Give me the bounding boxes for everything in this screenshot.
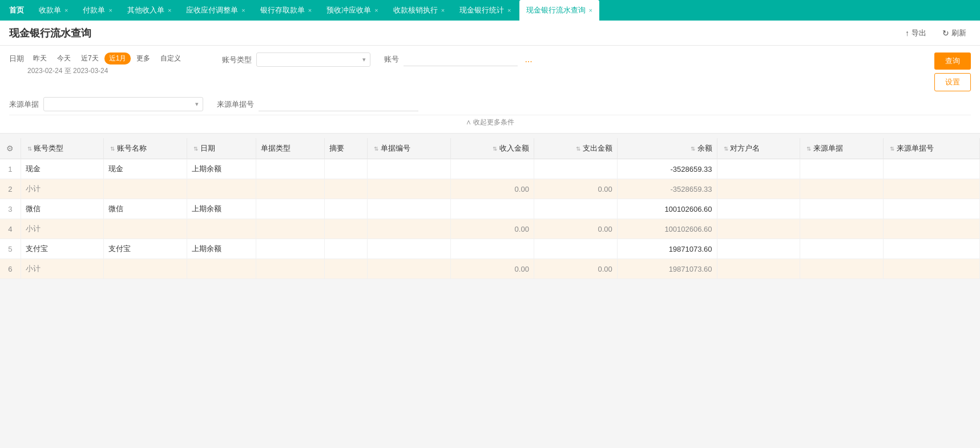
close-icon[interactable]: × bbox=[374, 7, 378, 14]
close-icon[interactable]: × bbox=[308, 7, 312, 14]
summary-cell bbox=[325, 179, 368, 199]
date-opt-more[interactable]: 更多 bbox=[132, 53, 155, 64]
close-icon[interactable]: × bbox=[168, 7, 171, 14]
balance-cell: -3528659.33 bbox=[617, 179, 717, 199]
settings-button[interactable]: 设置 bbox=[934, 73, 971, 91]
source-doc-cell bbox=[800, 259, 884, 279]
data-table: ⚙ ⇅ 账号类型 ⇅ 账号名称 ⇅ 日期 单据类型 摘要 bbox=[0, 138, 980, 279]
gear-icon[interactable]: ⚙ bbox=[6, 144, 14, 153]
date-opt-custom[interactable]: 自定义 bbox=[156, 53, 185, 64]
acct-no-label: 账号 bbox=[384, 54, 399, 64]
acct-type-cell: 支付宝 bbox=[21, 239, 104, 259]
date-opt-7days[interactable]: 近7天 bbox=[76, 53, 103, 64]
counterparty-cell bbox=[717, 199, 800, 219]
source-doc-cell bbox=[800, 219, 884, 239]
close-icon[interactable]: × bbox=[507, 7, 511, 14]
date-cell bbox=[187, 179, 256, 199]
date-cell bbox=[187, 219, 256, 239]
doc-type-cell bbox=[256, 259, 324, 279]
nav-fukuandan[interactable]: 付款单 × bbox=[76, 0, 119, 21]
source-doc-no-cell bbox=[884, 199, 980, 219]
date-cell bbox=[187, 259, 256, 279]
close-icon[interactable]: × bbox=[108, 7, 112, 14]
expense-cell bbox=[534, 239, 617, 259]
source-doc-select[interactable] bbox=[43, 97, 203, 111]
col-source-doc-no: ⇅ 来源单据号 bbox=[884, 138, 980, 159]
query-button[interactable]: 查询 bbox=[934, 53, 971, 70]
acct-type-cell: 微信 bbox=[21, 199, 104, 219]
refresh-button[interactable]: ↻ 刷新 bbox=[938, 26, 971, 41]
source-doc-cell bbox=[800, 159, 884, 179]
export-button[interactable]: ↑ 导出 bbox=[901, 26, 931, 41]
date-label: 日期 bbox=[9, 54, 24, 64]
counterparty-cell bbox=[717, 259, 800, 279]
acct-type-filter: 账号类型 现金 微信 支付宝 bbox=[222, 53, 370, 67]
balance-cell: 100102606.60 bbox=[617, 219, 717, 239]
date-opt-today[interactable]: 今天 bbox=[53, 53, 75, 64]
acct-no-dots[interactable]: ... bbox=[522, 54, 534, 64]
acct-type-cell: 小计 bbox=[21, 179, 104, 199]
summary-cell bbox=[325, 259, 368, 279]
expense-cell: 0.00 bbox=[534, 219, 617, 239]
date-opt-yesterday[interactable]: 昨天 bbox=[29, 53, 51, 64]
source-doc-no-cell bbox=[884, 179, 980, 199]
acct-type-cell: 小计 bbox=[21, 219, 104, 239]
header-actions: ↑ 导出 ↻ 刷新 bbox=[901, 26, 971, 41]
acct-type-label: 账号类型 bbox=[222, 55, 252, 65]
row-number: 4 bbox=[0, 219, 21, 239]
acct-no-input[interactable] bbox=[404, 53, 518, 66]
acct-name-cell: 微信 bbox=[104, 199, 187, 219]
collapse-icon: ∧ bbox=[466, 118, 473, 126]
date-options: 昨天 今天 近7天 近1月 更多 自定义 bbox=[29, 53, 185, 64]
income-cell: 0.00 bbox=[450, 179, 534, 199]
col-gear: ⚙ bbox=[0, 138, 21, 159]
nav-cashflow[interactable]: 现金银行流水查询 × bbox=[519, 0, 599, 21]
export-icon: ↑ bbox=[905, 29, 909, 38]
counterparty-cell bbox=[717, 179, 800, 199]
acct-name-cell bbox=[104, 259, 187, 279]
row-number: 3 bbox=[0, 199, 21, 219]
data-table-container: ⚙ ⇅ 账号类型 ⇅ 账号名称 ⇅ 日期 单据类型 摘要 bbox=[0, 138, 980, 279]
date-opt-1month[interactable]: 近1月 bbox=[104, 53, 131, 64]
acct-name-cell: 支付宝 bbox=[104, 239, 187, 259]
close-icon[interactable]: × bbox=[589, 7, 592, 14]
date-cell: 上期余额 bbox=[187, 239, 256, 259]
nav-shoukuandan[interactable]: 收款单 × bbox=[32, 0, 75, 21]
doc-no-cell bbox=[368, 179, 451, 199]
nav-cashstat[interactable]: 现金银行统计 × bbox=[453, 0, 518, 21]
source-doc-no-input[interactable] bbox=[259, 98, 418, 111]
doc-no-cell bbox=[368, 239, 451, 259]
doc-no-cell bbox=[368, 199, 451, 219]
nav-prepay[interactable]: 预收冲应收单 × bbox=[320, 0, 385, 21]
nav-adjust[interactable]: 应收应付调整单 × bbox=[179, 0, 252, 21]
acct-type-select[interactable]: 现金 微信 支付宝 bbox=[256, 53, 370, 67]
table-row: 4小计0.000.00100102606.60 bbox=[0, 219, 980, 239]
close-icon[interactable]: × bbox=[241, 7, 245, 14]
summary-cell bbox=[325, 199, 368, 219]
counterparty-cell bbox=[717, 219, 800, 239]
refresh-icon: ↻ bbox=[942, 29, 949, 38]
acct-type-cell: 小计 bbox=[21, 259, 104, 279]
balance-cell: 100102606.60 bbox=[617, 199, 717, 219]
table-header: ⚙ ⇅ 账号类型 ⇅ 账号名称 ⇅ 日期 单据类型 摘要 bbox=[0, 138, 980, 159]
col-expense: ⇅ 支出金额 bbox=[534, 138, 617, 159]
close-icon[interactable]: × bbox=[441, 7, 445, 14]
nav-otherin[interactable]: 其他收入单 × bbox=[120, 0, 178, 21]
close-icon[interactable]: × bbox=[64, 7, 68, 14]
row-number: 5 bbox=[0, 239, 21, 259]
income-cell bbox=[450, 159, 534, 179]
source-doc-no-cell bbox=[884, 219, 980, 239]
nav-collect[interactable]: 收款核销执行 × bbox=[386, 0, 451, 21]
doc-type-cell bbox=[256, 219, 324, 239]
filter-area: 日期 昨天 今天 近7天 近1月 更多 自定义 2023-02-24 至 202… bbox=[0, 46, 980, 134]
col-balance: ⇅ 余额 bbox=[617, 138, 717, 159]
nav-banksave[interactable]: 银行存取款单 × bbox=[253, 0, 318, 21]
nav-home[interactable]: 首页 bbox=[2, 0, 31, 21]
table-row: 2小计0.000.00-3528659.33 bbox=[0, 179, 980, 199]
collapse-bar[interactable]: ∧ 收起更多条件 bbox=[9, 115, 971, 128]
table-row: 6小计0.000.0019871073.60 bbox=[0, 259, 980, 279]
source-doc-label: 来源单据 bbox=[9, 99, 39, 110]
date-range-display: 2023-02-24 至 2023-03-24 bbox=[27, 66, 185, 76]
doc-type-cell bbox=[256, 199, 324, 219]
source-doc-no-label: 来源单据号 bbox=[217, 99, 254, 110]
